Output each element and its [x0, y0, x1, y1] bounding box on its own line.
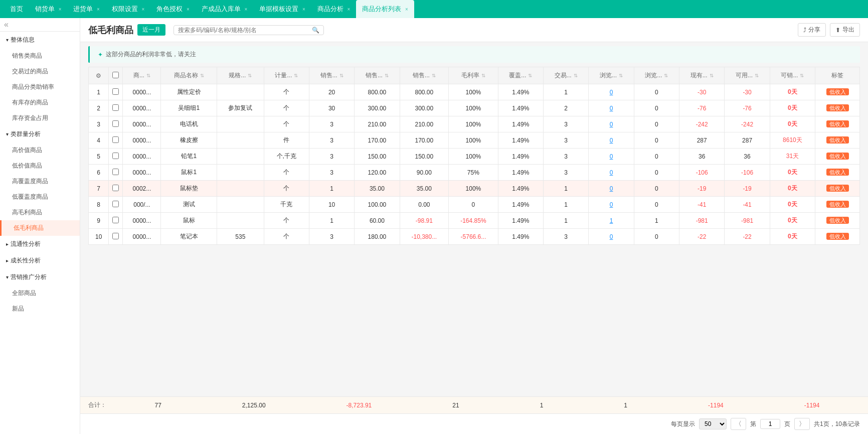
row-select-checkbox[interactable]	[112, 120, 119, 127]
row-select-checkbox[interactable]	[112, 104, 119, 111]
table-container[interactable]: ⚙ 商...⇅ 商品名称⇅ 规格...⇅ 计量...⇅ 销售...⇅ 销售...…	[80, 67, 868, 396]
sidebar-item-low-gross[interactable]: 低毛利商品	[0, 220, 80, 236]
search-input[interactable]	[178, 27, 310, 34]
browse1-link[interactable]: 0	[610, 201, 613, 208]
time-filter-button[interactable]: 近一月	[137, 24, 165, 36]
row-checkbox[interactable]	[109, 149, 123, 165]
settings-icon[interactable]: ⚙	[96, 72, 101, 79]
nav-template[interactable]: 单据模板设置 ×	[253, 0, 311, 18]
row-browse1[interactable]: 0	[589, 100, 634, 116]
nav-goods-analysis-list[interactable]: 商品分析列表 ×	[356, 0, 414, 18]
th-spec[interactable]: 规格...⇅	[217, 67, 264, 84]
browse1-link[interactable]: 0	[610, 89, 613, 96]
row-browse1[interactable]: 0	[589, 132, 634, 149]
browse1-link[interactable]: 0	[610, 185, 613, 192]
th-browse1[interactable]: 浏览...⇅	[589, 67, 634, 84]
row-checkbox[interactable]	[109, 229, 123, 245]
row-select-checkbox[interactable]	[112, 233, 119, 239]
row-checkbox[interactable]	[109, 100, 123, 116]
row-select-checkbox[interactable]	[112, 88, 119, 95]
page-size-select[interactable]: 50 100	[699, 418, 727, 429]
nav-close-permission[interactable]: ×	[142, 7, 145, 12]
sidebar-collapse-btn[interactable]: «	[4, 20, 9, 29]
th-stock3[interactable]: 可销...⇅	[770, 67, 815, 84]
row-checkbox[interactable]	[109, 213, 123, 229]
export-button[interactable]: ⬆ 导出	[830, 23, 860, 37]
row-browse1[interactable]: 1	[589, 213, 634, 229]
sidebar-group-cluster-header[interactable]: ▾ 类群量分析	[0, 126, 80, 142]
row-browse1[interactable]: 0	[589, 229, 634, 245]
nav-goods-analysis[interactable]: 商品分析 ×	[311, 0, 356, 18]
search-icon[interactable]: 🔍	[312, 27, 319, 34]
sidebar-item-low-coverage[interactable]: 低覆盖度商品	[0, 189, 80, 205]
next-page-button[interactable]: 〉	[794, 418, 810, 430]
row-checkbox[interactable]	[109, 116, 123, 132]
sidebar-group-overall-header[interactable]: ▾ 整体信息	[0, 32, 80, 48]
row-select-checkbox[interactable]	[112, 153, 119, 159]
browse1-link[interactable]: 0	[610, 121, 613, 128]
nav-role[interactable]: 角色授权 ×	[150, 0, 195, 18]
nav-close-purchase[interactable]: ×	[97, 7, 100, 12]
row-browse1[interactable]: 0	[589, 116, 634, 132]
nav-product-entry[interactable]: 产成品入库单 ×	[196, 0, 253, 18]
sidebar-item-high-gross[interactable]: 高毛利商品	[0, 205, 80, 220]
sidebar-group-flow-header[interactable]: ▸ 流通性分析	[0, 236, 80, 252]
sidebar-group-marketing-header[interactable]: ▾ 营销推广分析	[0, 269, 80, 285]
row-checkbox[interactable]	[109, 84, 123, 100]
nav-sales[interactable]: 销货单 ×	[29, 0, 67, 18]
nav-close-template[interactable]: ×	[302, 7, 305, 12]
row-checkbox[interactable]	[109, 132, 123, 149]
th-deals[interactable]: 交易...⇅	[544, 67, 589, 84]
th-gross[interactable]: 毛利率⇅	[449, 67, 498, 84]
nav-home[interactable]: 首页	[4, 0, 29, 18]
prev-page-button[interactable]: 〈	[731, 418, 746, 430]
browse1-link[interactable]: 1	[610, 217, 613, 224]
th-settings[interactable]: ⚙	[89, 67, 109, 84]
browse1-link[interactable]: 0	[610, 233, 613, 240]
row-browse1[interactable]: 0	[589, 197, 634, 213]
row-checkbox[interactable]	[109, 197, 123, 213]
row-browse1[interactable]: 0	[589, 165, 634, 181]
th-unit[interactable]: 计量...⇅	[264, 67, 309, 84]
sidebar-item-new-goods[interactable]: 新品	[0, 301, 80, 317]
th-stock1[interactable]: 现有...⇅	[679, 67, 725, 84]
browse1-link[interactable]: 0	[610, 137, 613, 144]
th-coverage[interactable]: 覆盖...⇅	[498, 67, 543, 84]
sidebar-group-growth-header[interactable]: ▸ 成长性分析	[0, 252, 80, 269]
nav-permission[interactable]: 权限设置 ×	[106, 0, 150, 18]
th-name[interactable]: 商品名称⇅	[161, 67, 217, 84]
nav-close-sales[interactable]: ×	[59, 7, 62, 12]
th-sales3[interactable]: 销售...⇅	[400, 67, 449, 84]
row-browse1[interactable]: 0	[589, 149, 634, 165]
sidebar-item-high-coverage[interactable]: 高覆盖度商品	[0, 174, 80, 189]
nav-close-product-entry[interactable]: ×	[245, 7, 248, 12]
row-select-checkbox[interactable]	[112, 169, 119, 175]
browse1-link[interactable]: 0	[610, 153, 613, 160]
sidebar-item-stock-capital[interactable]: 库存资金占用	[0, 110, 80, 126]
row-select-checkbox[interactable]	[112, 217, 119, 223]
sidebar-item-high-value[interactable]: 高价值商品	[0, 142, 80, 158]
nav-close-goods-analysis[interactable]: ×	[347, 7, 350, 12]
sidebar-item-sales-goods[interactable]: 销售类商品	[0, 48, 80, 64]
page-number-input[interactable]	[760, 419, 780, 429]
row-select-checkbox[interactable]	[112, 185, 119, 191]
row-checkbox[interactable]	[109, 181, 123, 197]
th-sales1[interactable]: 销售...⇅	[309, 67, 354, 84]
th-code[interactable]: 商...⇅	[123, 67, 161, 84]
row-select-checkbox[interactable]	[112, 201, 119, 207]
nav-close-role[interactable]: ×	[187, 7, 190, 12]
nav-close-goods-analysis-list[interactable]: ×	[405, 7, 408, 12]
sidebar-item-traded-goods[interactable]: 交易过的商品	[0, 64, 80, 79]
select-all-checkbox[interactable]	[112, 72, 119, 78]
th-stock2[interactable]: 可用...⇅	[725, 67, 770, 84]
th-sales2[interactable]: 销售...⇅	[355, 67, 400, 84]
sidebar-item-low-value[interactable]: 低价值商品	[0, 158, 80, 174]
th-browse2[interactable]: 浏览...⇅	[634, 67, 679, 84]
browse1-link[interactable]: 0	[610, 169, 613, 176]
sidebar-item-all-goods[interactable]: 全部商品	[0, 285, 80, 301]
row-select-checkbox[interactable]	[112, 136, 119, 143]
browse1-link[interactable]: 0	[610, 105, 613, 112]
row-checkbox[interactable]	[109, 165, 123, 181]
sidebar-item-category-assist[interactable]: 商品分类助销率	[0, 79, 80, 95]
share-button[interactable]: ⤴ 分享	[798, 23, 826, 37]
